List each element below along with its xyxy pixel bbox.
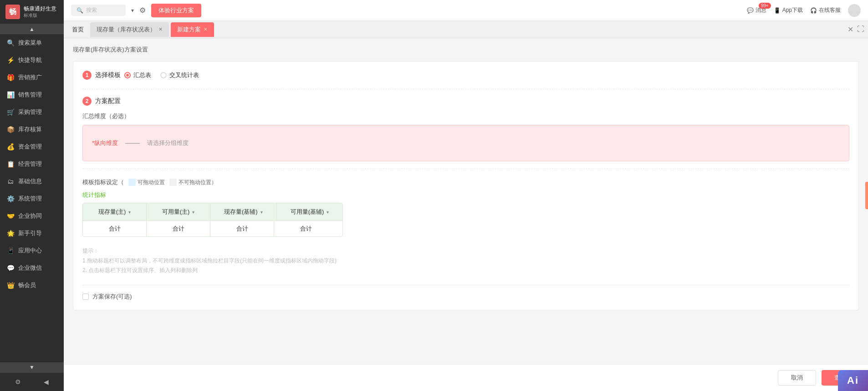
tab-new-plan[interactable]: 新建方案 ✕ bbox=[171, 22, 214, 37]
sidebar-item-system[interactable]: ⚙️ 系统管理 bbox=[0, 190, 64, 207]
page-content: 现存量(库存状况表)方案设置 1 选择模板 汇总表 bbox=[64, 38, 868, 364]
fixed-badge: 不可拖动位置） bbox=[169, 179, 217, 186]
sidebar-item-member[interactable]: 👑 畅会员 bbox=[0, 277, 64, 294]
message-btn[interactable]: 💬 消息 99+ bbox=[747, 6, 766, 14]
tab-inventory-status[interactable]: 现存量（库存状况表） ✕ bbox=[90, 22, 169, 37]
draggable-badge: 可拖动位置 bbox=[128, 179, 165, 186]
member-icon: 👑 bbox=[6, 281, 15, 289]
stats-col-0[interactable]: 现存量(主) ▾ bbox=[83, 203, 147, 221]
basic-info-icon: 🗂 bbox=[6, 177, 15, 185]
stats-col-1[interactable]: 可用量(主) ▾ bbox=[147, 203, 210, 221]
app-center-icon: 📱 bbox=[6, 247, 15, 255]
search-icon: 🔍 bbox=[6, 39, 15, 47]
close-new-plan-tab-icon[interactable]: ✕ bbox=[204, 26, 208, 32]
header-gear[interactable]: ⚙ bbox=[139, 6, 146, 15]
inventory-icon: 📦 bbox=[6, 125, 15, 134]
logo-icon: 畅 bbox=[5, 5, 20, 19]
message-icon: 💬 bbox=[747, 7, 754, 14]
collapse-btn[interactable]: ◀ bbox=[42, 376, 51, 387]
headset-icon: 🎧 bbox=[810, 7, 817, 14]
sidebar-item-search[interactable]: 🔍 搜索菜单 bbox=[0, 34, 64, 51]
system-icon: ⚙️ bbox=[6, 195, 15, 203]
dimension-required: *纵向维度 bbox=[92, 139, 118, 147]
sidebar-item-wechat[interactable]: 💬 企业微信 bbox=[0, 259, 64, 277]
radio-cross-dot bbox=[160, 72, 167, 78]
sidebar-item-newbie[interactable]: 🌟 新手引导 bbox=[0, 225, 64, 242]
marketing-icon: 🎁 bbox=[6, 73, 15, 82]
sidebar-item-inventory[interactable]: 📦 库存核算 bbox=[0, 121, 64, 138]
stats-data-3: 合计 bbox=[274, 221, 338, 237]
settings-btn[interactable]: ⚙ bbox=[13, 376, 23, 387]
chevron-3-icon: ▾ bbox=[327, 210, 329, 215]
logo: 畅 畅康通好生意 标准版 bbox=[0, 0, 64, 24]
user-avatar[interactable] bbox=[848, 4, 861, 17]
stats-header-row: 现存量(主) ▾ 可用量(主) ▾ 现存量(基辅) ▾ bbox=[83, 203, 342, 221]
step1-title: 选择模板 bbox=[95, 71, 121, 79]
dimension-label: 汇总维度（必选） bbox=[82, 112, 849, 120]
sidebar-item-sales[interactable]: 📊 销售管理 bbox=[0, 86, 64, 103]
message-badge: 99+ bbox=[759, 3, 771, 9]
stats-col-3[interactable]: 可用量(基辅) ▾ bbox=[277, 203, 343, 221]
footer-bar: 取消 查询 bbox=[64, 364, 868, 391]
stats-data-2: 合计 bbox=[210, 221, 274, 237]
divider2 bbox=[82, 169, 849, 169]
step2-title: 方案配置 bbox=[95, 97, 121, 105]
sidebar-item-operations[interactable]: 📋 经营管理 bbox=[0, 155, 64, 173]
enterprise-icon: 🤝 bbox=[6, 212, 15, 220]
app-download-btn[interactable]: 📱 App下载 bbox=[774, 6, 803, 14]
step1-num: 1 bbox=[82, 71, 92, 80]
cancel-button[interactable]: 取消 bbox=[778, 370, 816, 386]
tab-bar: 首页 现存量（库存状况表） ✕ 新建方案 ✕ ✕ ⛶ bbox=[64, 21, 868, 38]
stats-section: 统计指标 现存量(主) ▾ 可用量(主) ▾ bbox=[82, 191, 849, 237]
header-right: 💬 消息 99+ 📱 App下载 🎧 在线客服 bbox=[747, 4, 861, 17]
sidebar-item-quick-nav[interactable]: ⚡ 快捷导航 bbox=[0, 51, 64, 69]
page-title: 现存量(库存状况表)方案设置 bbox=[73, 46, 859, 54]
phone-icon: 📱 bbox=[774, 7, 781, 14]
wechat-icon: 💬 bbox=[6, 264, 15, 272]
dimension-box[interactable]: *纵向维度 —— 请选择分组维度 bbox=[82, 125, 849, 161]
stats-col-2[interactable]: 现存量(基辅) ▾ bbox=[210, 203, 277, 221]
indicator-label: 模板指标设定（ 可拖动位置 不可拖动位置） bbox=[82, 178, 849, 186]
divider1 bbox=[82, 89, 849, 89]
dimension-placeholder: 请选择分组维度 bbox=[147, 139, 189, 147]
dimension-arrow: —— bbox=[125, 139, 140, 147]
save-option: 方案保存(可选) bbox=[82, 285, 849, 301]
sidebar-item-app-center[interactable]: 📱 应用中心 bbox=[0, 242, 64, 259]
sidebar-item-basic-info[interactable]: 🗂 基础信息 bbox=[0, 173, 64, 190]
main-area: 🔍 搜索 ▾ ⚙ 体验行业方案 💬 消息 99+ 📱 App下载 🎧 在线客服 bbox=[64, 0, 868, 391]
sidebar-item-finance[interactable]: 💰 资金管理 bbox=[0, 138, 64, 155]
expand-window-icon[interactable]: ⛶ bbox=[857, 25, 864, 34]
draggable-color bbox=[128, 179, 136, 186]
radio-summary-dot bbox=[124, 72, 131, 78]
purchase-icon: 🛒 bbox=[6, 108, 15, 116]
online-service-btn[interactable]: 🎧 在线客服 bbox=[810, 6, 841, 14]
indicator-section: 模板指标设定（ 可拖动位置 不可拖动位置） bbox=[82, 178, 849, 186]
operations-icon: 📋 bbox=[6, 160, 15, 168]
sales-icon: 📊 bbox=[6, 91, 15, 99]
radio-cross[interactable]: 交叉统计表 bbox=[160, 71, 199, 79]
sidebar-item-marketing[interactable]: 🎁 营销推广 bbox=[0, 69, 64, 86]
ai-badge[interactable]: Ai bbox=[838, 370, 868, 391]
fixed-color bbox=[169, 179, 177, 186]
stats-label: 统计指标 bbox=[82, 191, 849, 199]
sidebar-scroll-down[interactable]: ▼ bbox=[0, 362, 64, 372]
step1-header: 1 选择模板 汇总表 交叉统计表 bbox=[82, 71, 849, 80]
sidebar-item-purchase[interactable]: 🛒 采购管理 bbox=[0, 103, 64, 121]
trial-btn[interactable]: 体验行业方案 bbox=[151, 4, 201, 17]
tab-home[interactable]: 首页 bbox=[67, 22, 88, 37]
template-radio-group: 汇总表 交叉统计表 bbox=[124, 71, 199, 79]
step2-header: 2 方案配置 bbox=[82, 97, 849, 106]
step2-num: 2 bbox=[82, 97, 92, 106]
sidebar-bottom: ⚙ ◀ bbox=[0, 372, 64, 391]
right-panel-indicator bbox=[865, 182, 868, 209]
close-inventory-tab-icon[interactable]: ✕ bbox=[158, 26, 163, 32]
save-checkbox[interactable] bbox=[82, 293, 89, 300]
radio-summary[interactable]: 汇总表 bbox=[124, 71, 151, 79]
logo-text: 畅康通好生意 标准版 bbox=[24, 5, 56, 19]
finance-icon: 💰 bbox=[6, 143, 15, 151]
header-search[interactable]: 🔍 搜索 bbox=[71, 5, 126, 16]
sidebar-item-enterprise[interactable]: 🤝 企业协同 bbox=[0, 207, 64, 225]
close-window-icon[interactable]: ✕ bbox=[848, 25, 853, 34]
sidebar-scroll-up[interactable]: ▲ bbox=[0, 24, 64, 34]
header-dropdown[interactable]: ▾ bbox=[131, 7, 134, 14]
